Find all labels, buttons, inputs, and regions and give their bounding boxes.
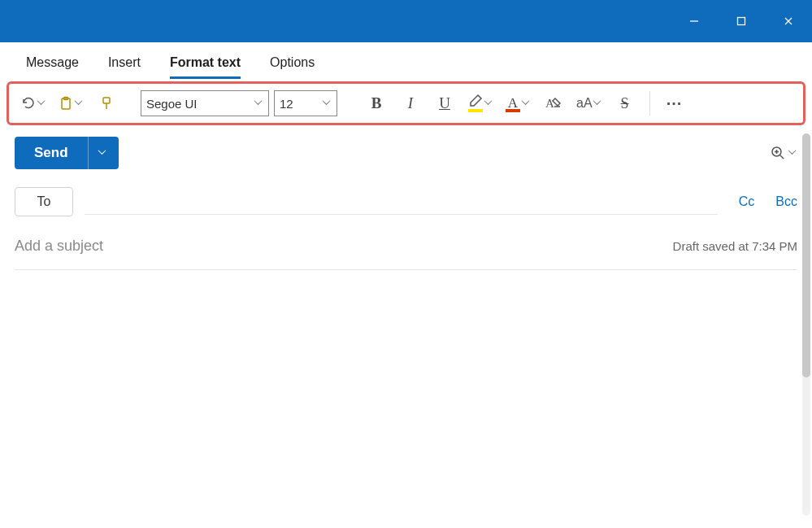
svg-rect-6	[103, 98, 110, 103]
tab-message[interactable]: Message	[11, 47, 93, 78]
underline-button[interactable]: U	[430, 89, 459, 118]
more-options-button[interactable]: ···	[660, 89, 689, 118]
chevron-down-icon	[76, 99, 84, 107]
font-color-button[interactable]: A	[502, 89, 534, 118]
zoom-control[interactable]	[770, 145, 797, 161]
draft-status: Draft saved at 7:34 PM	[673, 239, 797, 253]
to-input[interactable]	[85, 214, 718, 215]
paste-button[interactable]	[54, 89, 87, 118]
strikethrough-icon: S	[621, 95, 629, 112]
chevron-down-icon	[789, 149, 797, 157]
chevron-down-icon	[99, 149, 107, 157]
window-maximize-button[interactable]	[718, 0, 765, 42]
chevron-down-icon	[255, 99, 263, 107]
compose-area: Send To Cc Bcc Draft saved at 7:34 PM	[0, 125, 812, 498]
zoom-icon	[770, 145, 786, 161]
change-case-icon: aA	[576, 96, 593, 111]
highlight-icon	[467, 95, 484, 111]
bold-button[interactable]: B	[362, 89, 391, 118]
subject-row: Draft saved at 7:34 PM	[15, 226, 797, 270]
scrollbar-thumb[interactable]	[802, 133, 810, 377]
format-text-toolbar: Segoe UI 12 B I U A A aA S ···	[7, 81, 805, 125]
to-row: To Cc Bcc	[15, 177, 797, 226]
highlight-color-button[interactable]	[464, 89, 497, 118]
chevron-down-icon	[485, 99, 493, 107]
svg-line-11	[780, 155, 784, 159]
chevron-down-icon	[523, 99, 531, 107]
bcc-link[interactable]: Bcc	[775, 194, 797, 209]
font-color-icon: A	[505, 94, 521, 112]
send-options-button[interactable]	[88, 137, 119, 169]
underline-icon: U	[439, 94, 450, 112]
to-button[interactable]: To	[15, 187, 73, 216]
window-titlebar	[0, 0, 812, 42]
change-case-button[interactable]: aA	[573, 89, 606, 118]
font-name-value: Segoe UI	[146, 97, 198, 111]
chevron-down-icon	[594, 99, 602, 107]
message-body[interactable]	[15, 270, 797, 498]
window-minimize-button[interactable]	[671, 0, 718, 42]
send-button[interactable]: Send	[15, 137, 88, 169]
scrollbar[interactable]	[802, 133, 810, 516]
format-painter-button[interactable]	[92, 89, 121, 118]
italic-button[interactable]: I	[396, 89, 425, 118]
tab-format-text[interactable]: Format text	[155, 47, 255, 78]
ellipsis-icon: ···	[667, 94, 683, 113]
undo-button[interactable]	[17, 89, 50, 118]
font-size-select[interactable]: 12	[274, 90, 337, 116]
clear-formatting-button[interactable]: A	[539, 89, 568, 118]
send-row: Send	[15, 125, 797, 177]
separator	[649, 91, 650, 116]
bold-icon: B	[371, 94, 382, 112]
cc-link[interactable]: Cc	[739, 194, 755, 209]
chevron-down-icon	[38, 99, 46, 107]
font-name-select[interactable]: Segoe UI	[141, 90, 269, 116]
tab-insert[interactable]: Insert	[93, 47, 155, 78]
ribbon-tabs: Message Insert Format text Options	[0, 42, 812, 78]
window-close-button[interactable]	[765, 0, 812, 42]
subject-input[interactable]	[15, 238, 673, 255]
svg-text:A: A	[545, 97, 554, 110]
chevron-down-icon	[323, 99, 332, 107]
tab-options[interactable]: Options	[255, 47, 329, 78]
svg-rect-1	[738, 18, 745, 25]
strikethrough-button[interactable]: S	[610, 89, 640, 118]
italic-icon: I	[408, 94, 413, 112]
font-size-value: 12	[280, 97, 293, 111]
